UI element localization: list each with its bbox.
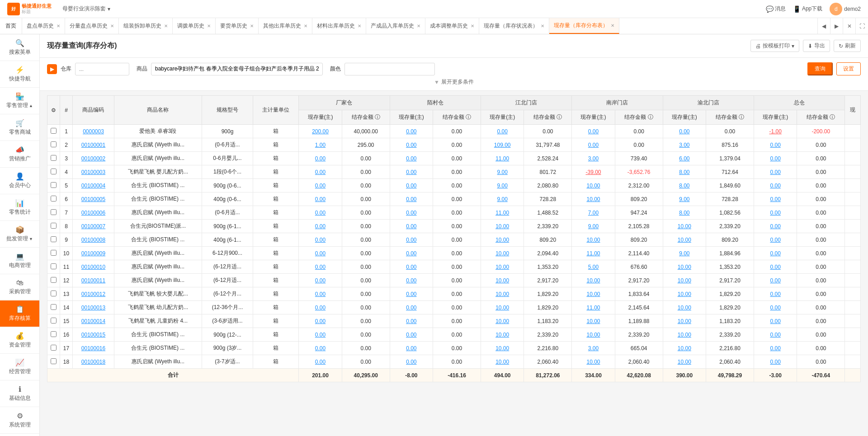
tab-4-close[interactable]: ✕ (207, 23, 211, 28)
table-scroll[interactable]: ⚙ # 商品编码 商品名称 规格型号 主计量单位 厂家仓 陌村仓 江北门店 南岸… (47, 95, 861, 382)
row-zc-qty[interactable]: 0.00 (754, 274, 797, 287)
row-checkbox[interactable] (47, 328, 60, 342)
tab-7-close[interactable]: ✕ (358, 23, 361, 28)
th-settings[interactable]: ⚙ (47, 96, 60, 125)
tab-6[interactable]: 其他出库单历史 ✕ (259, 18, 312, 34)
tab-8[interactable]: 产成品入库单历史 ✕ (366, 18, 425, 34)
expand-conditions-btn[interactable]: ▼ 展开更多条件 (434, 78, 474, 86)
row-mcx-qty[interactable]: 0.00 (390, 328, 433, 342)
row-checkbox[interactable] (47, 220, 60, 233)
sidebar-item-finance[interactable]: 💰 资金管理 (0, 327, 39, 354)
row-namd-qty[interactable]: 3.00 (572, 342, 615, 355)
tab-11-active[interactable]: 现存量（库存分布表） ✕ (549, 18, 619, 34)
row-ybmd-qty[interactable]: 10.00 (663, 301, 706, 314)
tab-2[interactable]: 分量盘点单历史 ✕ (65, 18, 119, 34)
row-cfx-qty[interactable]: 1.00 (299, 138, 342, 152)
row-code[interactable]: 00100005 (73, 192, 114, 206)
row-zc-qty[interactable]: 0.00 (754, 206, 797, 220)
row-zc-qty[interactable]: 0.00 (754, 355, 797, 369)
row-mcx-qty[interactable]: 0.00 (390, 233, 433, 247)
row-ybmd-qty[interactable]: 10.00 (663, 274, 706, 287)
row-ybmd-qty[interactable]: 6.00 (663, 152, 706, 165)
row-zc-qty[interactable]: 0.00 (754, 138, 797, 152)
row-code[interactable]: 00100004 (73, 179, 114, 192)
row-namd-qty[interactable]: -39.00 (572, 165, 615, 179)
row-code[interactable]: 00100018 (73, 355, 114, 369)
tab-1-close[interactable]: ✕ (57, 23, 60, 28)
sidebar-item-retail-stats[interactable]: 📊 零售统计 (0, 194, 39, 221)
row-checkbox[interactable] (47, 355, 60, 369)
tab-10-close[interactable]: ✕ (541, 23, 544, 28)
row-namd-qty[interactable]: 10.00 (572, 274, 615, 287)
row-mcx-qty[interactable]: 0.00 (390, 260, 433, 274)
row-cfx-qty[interactable]: 0.00 (299, 274, 342, 287)
row-code[interactable]: 00100001 (73, 138, 114, 152)
row-ybmd-qty[interactable]: 10.00 (663, 355, 706, 369)
row-checkbox[interactable] (47, 287, 60, 301)
row-cfx-qty[interactable]: 0.00 (299, 301, 342, 314)
sidebar-item-wholesale[interactable]: 📦 批发管理 ▼ (0, 221, 39, 248)
row-jbmd-qty[interactable]: 10.00 (481, 260, 524, 274)
row-jbmd-qty[interactable]: 10.00 (481, 355, 524, 369)
tab-6-close[interactable]: ✕ (304, 23, 307, 28)
row-namd-qty[interactable]: 10.00 (572, 179, 615, 192)
tab-1[interactable]: 盘点单历史 ✕ (22, 18, 65, 34)
export-btn[interactable]: ⬇ 导出 (803, 40, 830, 52)
row-jbmd-qty[interactable]: 10.00 (481, 314, 524, 328)
row-zc-qty[interactable]: 0.00 (754, 152, 797, 165)
row-mcx-qty[interactable]: 0.00 (390, 314, 433, 328)
row-checkbox[interactable] (47, 260, 60, 274)
row-jbmd-qty[interactable]: 10.00 (481, 301, 524, 314)
row-zc-qty[interactable]: 0.00 (754, 328, 797, 342)
row-checkbox[interactable] (47, 125, 60, 138)
row-code[interactable]: 00100016 (73, 342, 114, 355)
row-checkbox[interactable] (47, 274, 60, 287)
sidebar-item-members[interactable]: 👤 会员中心 (0, 168, 39, 194)
row-code[interactable]: 00100014 (73, 314, 114, 328)
tab-11-close[interactable]: ✕ (611, 23, 614, 28)
search-btn[interactable]: 查询 (807, 62, 833, 75)
row-namd-qty[interactable]: 0.00 (572, 125, 615, 138)
row-jbmd-qty[interactable]: 10.00 (481, 233, 524, 247)
row-jbmd-qty[interactable]: 10.00 (481, 342, 524, 355)
tab-8-close[interactable]: ✕ (417, 23, 420, 28)
row-code[interactable]: 00100013 (73, 301, 114, 314)
warehouse-input[interactable] (75, 63, 129, 75)
row-jbmd-qty[interactable]: 11.00 (481, 152, 524, 165)
row-zc-qty[interactable]: 0.00 (754, 233, 797, 247)
row-jbmd-qty[interactable]: 10.00 (481, 328, 524, 342)
row-ybmd-qty[interactable]: 10.00 (663, 342, 706, 355)
settings-btn[interactable]: 设置 (836, 62, 861, 75)
tab-home[interactable]: 首页 (0, 18, 22, 34)
row-namd-qty[interactable]: 10.00 (572, 233, 615, 247)
tab-5-close[interactable]: ✕ (250, 23, 254, 28)
row-ybmd-qty[interactable]: 0.00 (663, 125, 706, 138)
row-checkbox[interactable] (47, 138, 60, 152)
row-mcx-qty[interactable]: 0.00 (390, 301, 433, 314)
row-code[interactable]: 00100002 (73, 152, 114, 165)
print-btn[interactable]: 🖨 按模板打印 ▾ (750, 40, 799, 52)
row-checkbox[interactable] (47, 152, 60, 165)
row-mcx-qty[interactable]: 0.00 (390, 125, 433, 138)
tab-10[interactable]: 现存量（库存状况表） ✕ (479, 18, 549, 34)
user-area[interactable]: d demo2 (830, 3, 861, 15)
row-code[interactable]: 00100010 (73, 260, 114, 274)
row-jbmd-qty[interactable]: 9.00 (481, 165, 524, 179)
tab-expand-btn[interactable]: ⛶ (855, 18, 868, 34)
filter-expand-btn[interactable]: ▶ (47, 64, 57, 74)
sidebar-item-search[interactable]: 🔍 搜索英单 (0, 34, 39, 61)
row-ybmd-qty[interactable]: 9.00 (663, 192, 706, 206)
row-cfx-qty[interactable]: 0.00 (299, 355, 342, 369)
tab-7[interactable]: 材料出库单历史 ✕ (312, 18, 366, 34)
row-code[interactable]: 00100003 (73, 165, 114, 179)
row-cfx-qty[interactable]: 0.00 (299, 179, 342, 192)
row-checkbox[interactable] (47, 206, 60, 220)
row-jbmd-qty[interactable]: 10.00 (481, 220, 524, 233)
row-mcx-qty[interactable]: 0.00 (390, 165, 433, 179)
row-checkbox[interactable] (47, 247, 60, 260)
row-namd-qty[interactable]: 10.00 (572, 355, 615, 369)
tab-next-btn[interactable]: ▶ (830, 18, 843, 34)
row-namd-qty[interactable]: 10.00 (572, 192, 615, 206)
row-ybmd-qty[interactable]: 10.00 (663, 328, 706, 342)
row-jbmd-qty[interactable]: 10.00 (481, 274, 524, 287)
